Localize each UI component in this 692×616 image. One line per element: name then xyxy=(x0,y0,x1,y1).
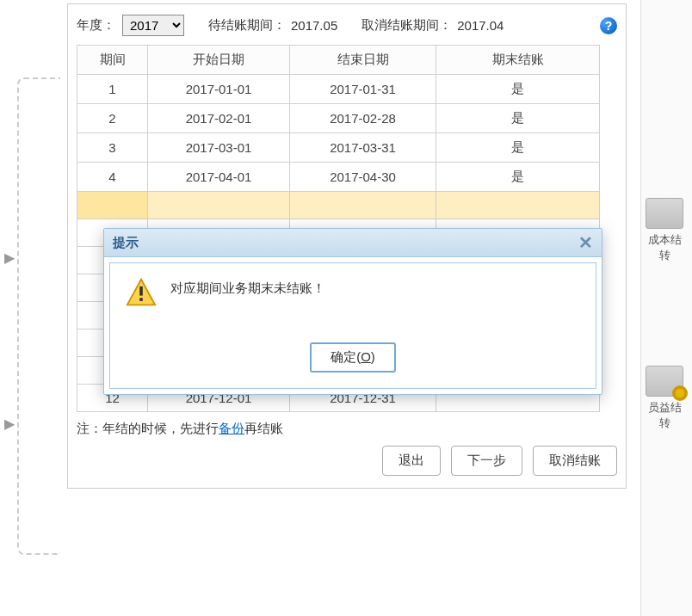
widget-label: 员益结 xyxy=(644,400,685,416)
widget-label: 成本结 xyxy=(644,232,685,248)
button-row: 退出 下一步 取消结账 xyxy=(77,446,617,476)
workflow-frame xyxy=(17,77,60,555)
widget-label: 转 xyxy=(644,248,685,263)
profit-carryover-widget[interactable]: 员益结 转 xyxy=(644,366,685,431)
chevron-right-icon: ▶ xyxy=(4,249,15,266)
cell-period: 1 xyxy=(77,75,148,104)
table-row[interactable] xyxy=(77,192,600,219)
year-select[interactable]: 2017 xyxy=(122,15,184,36)
document-icon xyxy=(646,198,683,229)
table-row[interactable]: 42017-04-012017-04-30是 xyxy=(77,163,600,192)
col-period: 期间 xyxy=(77,46,148,75)
col-end: 结束日期 xyxy=(290,46,436,75)
cell-closed: 是 xyxy=(436,163,600,192)
cell-start: 2017-01-01 xyxy=(148,75,290,104)
right-sidebar: 成本结 转 员益结 转 xyxy=(640,0,692,616)
cancel-period-value: 2017.04 xyxy=(457,18,504,33)
table-row[interactable]: 12017-01-012017-01-31是 xyxy=(77,75,600,104)
cell-start: 2017-02-01 xyxy=(148,104,290,133)
cell-closed xyxy=(436,192,600,219)
cell-start: 2017-04-01 xyxy=(148,163,290,192)
table-row[interactable]: 22017-02-012017-02-28是 xyxy=(77,104,600,133)
cell-closed: 是 xyxy=(436,75,600,104)
table-row[interactable]: 32017-03-012017-03-31是 xyxy=(77,133,600,163)
cell-closed: 是 xyxy=(436,133,600,163)
chevron-right-icon: ▶ xyxy=(4,416,15,432)
next-button[interactable]: 下一步 xyxy=(451,446,522,476)
pending-period-value: 2017.05 xyxy=(291,18,337,33)
svg-rect-2 xyxy=(139,298,143,301)
note-suffix: 再结账 xyxy=(244,421,283,435)
cancel-period-label: 取消结账期间： xyxy=(361,17,452,34)
document-gear-icon xyxy=(646,366,683,397)
pending-period-label: 待结账期间： xyxy=(208,17,286,34)
footnote: 注：年结的时候，先进行备份再结账 xyxy=(77,421,617,437)
cell-period: 3 xyxy=(77,133,148,163)
cell-closed: 是 xyxy=(436,104,600,133)
svg-rect-1 xyxy=(139,286,143,296)
cell-end: 2017-04-30 xyxy=(290,163,436,192)
dialog-titlebar: 提示 ✕ xyxy=(104,229,602,257)
exit-button[interactable]: 退出 xyxy=(382,446,441,476)
ok-button[interactable]: 确定(O) xyxy=(310,342,396,373)
cell-end: 2017-03-31 xyxy=(290,133,436,163)
year-label: 年度： xyxy=(77,17,115,34)
dialog-body: 对应期间业务期末未结账！ 确定(O) xyxy=(109,262,596,389)
cell-end xyxy=(290,192,436,219)
alert-dialog: 提示 ✕ 对应期间业务期末未结账！ 确定(O) xyxy=(103,228,602,395)
cell-end: 2017-02-28 xyxy=(290,104,436,133)
note-prefix: 注：年结的时候，先进行 xyxy=(77,421,219,435)
dialog-title-text: 提示 xyxy=(113,235,139,251)
cell-period: 2 xyxy=(77,104,148,133)
cell-period xyxy=(77,192,148,219)
table-header-row: 期间 开始日期 结束日期 期末结账 xyxy=(77,46,600,75)
backup-link[interactable]: 备份 xyxy=(219,421,244,435)
cost-carryover-widget[interactable]: 成本结 转 xyxy=(644,198,685,263)
dialog-message: 对应期间业务期末未结账！ xyxy=(170,277,325,297)
cell-start xyxy=(148,192,290,219)
col-start: 开始日期 xyxy=(148,46,290,75)
cell-end: 2017-01-31 xyxy=(290,75,436,104)
warning-icon xyxy=(126,277,157,308)
cell-period: 4 xyxy=(77,163,148,192)
col-closed: 期末结账 xyxy=(436,46,600,75)
close-icon[interactable]: ✕ xyxy=(578,234,593,251)
cell-start: 2017-03-01 xyxy=(148,133,290,163)
help-icon[interactable]: ? xyxy=(600,17,617,34)
info-row: 年度： 2017 待结账期间： 2017.05 取消结账期间： 2017.04 … xyxy=(77,15,617,36)
widget-label: 转 xyxy=(644,416,685,431)
cancel-closing-button[interactable]: 取消结账 xyxy=(533,446,617,476)
